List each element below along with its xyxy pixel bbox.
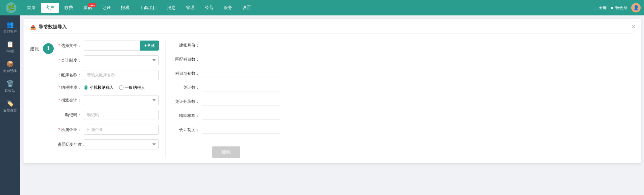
voucher-pages-value: [202, 97, 280, 106]
period-init-value: [202, 69, 280, 77]
aux-value: [202, 112, 280, 120]
box-icon: 📦: [6, 60, 14, 68]
ledger-row: 账簿名称：: [58, 70, 159, 80]
fullscreen-label: 全屏: [599, 5, 607, 11]
nav-service[interactable]: 服务: [219, 3, 237, 13]
nav-tax[interactable]: 报税: [116, 3, 134, 13]
month-row: 建账月份：: [172, 41, 280, 50]
browse-button[interactable]: +浏览: [140, 41, 159, 51]
history-row: 参照历史年度：: [58, 139, 159, 149]
voucher-row: 凭证数：: [172, 83, 280, 92]
voucher-pages-row: 凭证分录数：: [172, 97, 280, 106]
close-button[interactable]: ×: [632, 23, 635, 30]
file-input[interactable]: [84, 41, 140, 51]
tax-general-label[interactable]: 一般纳税人: [119, 85, 145, 90]
accounting-label: 会计制度：: [58, 58, 81, 63]
sidebar: 👥 全部客户 📋 0申报 📦 账套迁移 🗑️ 回收站 🏷️ 标签设置: [0, 15, 20, 195]
avatar[interactable]: 👤: [631, 3, 641, 12]
accountant-row: 指派会计：: [58, 95, 159, 105]
member-btn[interactable]: ▶ 畅会员: [611, 5, 627, 11]
nav-operation[interactable]: 经营: [200, 3, 218, 13]
nav-settings[interactable]: 设置: [238, 3, 256, 13]
aux-label: 辅助核算：: [172, 113, 199, 119]
memo-input[interactable]: [84, 110, 159, 120]
form-divider: [165, 41, 166, 158]
play-icon: ▶: [611, 5, 614, 10]
file-input-group: +浏览: [84, 41, 159, 51]
tax-general-text: 一般纳税人: [125, 85, 145, 90]
nav-business[interactable]: 工商项目: [135, 3, 162, 13]
nav-invoice[interactable]: 票据 new: [79, 3, 97, 13]
accounting-row: 会计制度：: [58, 55, 159, 65]
month-label: 建账月份：: [172, 43, 199, 48]
tag-icon: 🏷️: [6, 100, 14, 107]
sidebar-label-tags: 标签设置: [3, 108, 17, 113]
right-bottom: 建账: [172, 143, 280, 158]
history-label: 参照历史年度：: [58, 142, 81, 147]
nav-bookkeeping[interactable]: 记账: [97, 3, 115, 13]
company-label: 所属企业：: [58, 127, 81, 133]
tax-label: 纳税性质：: [58, 85, 81, 90]
nav-message[interactable]: 消息: [162, 3, 181, 13]
document-icon: 📋: [6, 41, 14, 48]
nav-client[interactable]: 客户: [41, 3, 59, 13]
period-init-label: 科目期初数：: [172, 71, 199, 76]
sidebar-item-declaration[interactable]: 📋 0申报: [0, 38, 20, 56]
month-value: [202, 41, 280, 49]
nav-manage[interactable]: 管理: [181, 3, 199, 13]
sidebar-label-trash: 回收站: [5, 88, 15, 93]
sidebar-item-trash[interactable]: 🗑️ 回收站: [0, 77, 20, 96]
accountant-select[interactable]: [84, 95, 159, 105]
form-main: 建账 1 选择文件： +浏览 会计制度：: [30, 41, 634, 158]
sidebar-item-migration[interactable]: 📦 账套迁移: [0, 58, 20, 76]
company-input[interactable]: [84, 125, 159, 135]
voucher-value: [202, 83, 280, 91]
import-icon: 📤: [30, 24, 36, 30]
file-row: 选择文件： +浏览: [58, 41, 159, 51]
tax-general-radio[interactable]: [119, 85, 123, 90]
memo-row: 助记码：: [58, 110, 159, 120]
voucher-pages-label: 凭证分录数：: [172, 99, 199, 105]
period-init-row: 科目期初数：: [172, 69, 280, 78]
form-fields: 选择文件： +浏览 会计制度：: [58, 41, 159, 154]
people-icon: 👥: [6, 21, 14, 28]
top-nav: 🌿 首页 客户 收费 票据 new 记账 报税 工商项目 消息 管理 经营 服务…: [0, 0, 644, 15]
accounting-select[interactable]: [84, 55, 159, 65]
sidebar-item-tags[interactable]: 🏷️ 标签设置: [0, 97, 20, 116]
import-panel: 📤 导爷数据导入 × 建账 1 选择文件： +浏: [23, 19, 641, 163]
nav-fee[interactable]: 收费: [60, 3, 78, 13]
nav-right: ⛶ 全屏 ▶ 畅会员 👤: [593, 3, 641, 12]
main-layout: 👥 全部客户 📋 0申报 📦 账套迁移 🗑️ 回收站 🏷️ 标签设置 📤 导爷数…: [0, 15, 644, 195]
nav-home[interactable]: 首页: [22, 3, 40, 13]
match-label: 匹配科目数：: [172, 57, 199, 62]
sidebar-item-all-clients[interactable]: 👥 全部客户: [0, 18, 20, 37]
step-label: 建账: [30, 41, 39, 52]
panel-title: 导爷数据导入: [39, 24, 67, 30]
content-area: 📤 导爷数据导入 × 建账 1 选择文件： +浏: [20, 15, 644, 195]
aux-row: 辅助核算：: [172, 111, 280, 120]
ledger-label: 账簿名称：: [58, 72, 81, 78]
tax-small-label[interactable]: 小规模纳税人: [84, 85, 114, 90]
fullscreen-btn[interactable]: ⛶ 全屏: [593, 5, 607, 11]
tax-row: 纳税性质： 小规模纳税人 一般纳税人: [58, 85, 159, 90]
form-right: 建账月份： 匹配科目数： 科目期初数： 凭证数：: [172, 41, 280, 158]
match-row: 匹配科目数：: [172, 55, 280, 64]
nav-items: 首页 客户 收费 票据 new 记账 报税 工商项目 消息 管理 经营 服务 设…: [22, 3, 593, 13]
tax-small-text: 小规模纳税人: [90, 85, 114, 90]
sidebar-label-declaration: 0申报: [6, 49, 14, 54]
history-select[interactable]: [84, 139, 159, 149]
accounting-system-label: 会计制度：: [172, 127, 199, 133]
memo-label: 助记码：: [58, 112, 81, 118]
build-button[interactable]: 建账: [212, 146, 240, 158]
accounting-system-row: 会计制度：: [172, 125, 280, 134]
company-row: 所属企业：: [58, 125, 159, 135]
match-value: [202, 55, 280, 63]
trash-icon: 🗑️: [6, 80, 14, 87]
member-label: 畅会员: [615, 5, 627, 11]
fullscreen-icon: ⛶: [593, 5, 597, 10]
tax-small-radio[interactable]: [84, 85, 88, 90]
logo-icon: 🌿: [6, 2, 16, 13]
file-label: 选择文件：: [58, 43, 81, 49]
tax-radio-group: 小规模纳税人 一般纳税人: [84, 85, 159, 90]
ledger-input[interactable]: [84, 70, 159, 80]
